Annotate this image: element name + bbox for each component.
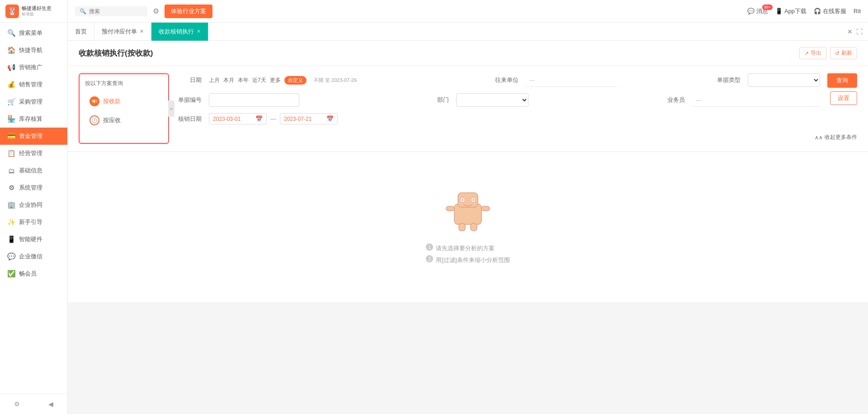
sidebar-item-label: 企业微信: [19, 252, 42, 261]
sidebar-item-guide[interactable]: ✨ 新手引导: [0, 214, 67, 231]
sidebar-collapse-btn[interactable]: ◀: [44, 398, 58, 410]
header-search-box[interactable]: 🔍: [75, 6, 147, 16]
sidebar-item-marketing[interactable]: 📢 营销推广: [0, 59, 67, 76]
doc-type-select[interactable]: [748, 73, 820, 87]
sidebar-nav: 🔍 搜索菜单 🏠 快捷导航 📢 营销推广 💰 销售管理 🛒 采购管理 🏪 库存核…: [0, 23, 67, 394]
sidebar-item-label: 系统管理: [19, 184, 42, 192]
message-btn[interactable]: 💬 消息 99+: [747, 7, 768, 15]
export-btn[interactable]: ↗ 导出: [799, 47, 826, 59]
settings-btn[interactable]: 设置: [830, 91, 857, 105]
doc-no-input[interactable]: [209, 93, 299, 107]
filter-option-label: 按应收: [103, 116, 121, 124]
tab-bar: 首页 预付冲应付单 ✕ 收款核销执行 ✕ ✕ ⛶: [68, 23, 868, 41]
sidebar-item-hardware[interactable]: 📱 智能硬件: [0, 231, 67, 248]
online-service-btn[interactable]: 🎧 在线客服: [814, 7, 846, 15]
page-header: 收款核销执行(按收款) ↗ 导出 ↺ 刷新: [68, 41, 868, 66]
basic-icon: 🗂: [7, 167, 15, 175]
tab-label: 收款核销执行: [159, 28, 194, 36]
sidebar-item-system[interactable]: ⚙ 系统管理: [0, 179, 67, 196]
tab-label: 首页: [75, 28, 87, 36]
marketing-icon: 📢: [7, 63, 15, 71]
finance-icon: 💳: [7, 132, 15, 140]
collapse-label: 收起更多条件: [825, 133, 857, 141]
dept-select[interactable]: [456, 93, 528, 107]
tab-close-all-icon[interactable]: ✕: [847, 28, 853, 35]
filter-row-2: 单据编号 部门 业务员 ···: [176, 93, 820, 107]
svg-point-4: [462, 199, 463, 201]
dept-label: 部门: [434, 96, 449, 104]
sidebar-item-label: 营销推广: [19, 63, 42, 71]
refresh-btn[interactable]: ↺ 刷新: [830, 47, 857, 59]
sidebar: 🐰 畅捷通好生意 标准版 🔍 搜索菜单 🏠 快捷导航 📢 营销推广 💰 销售管理…: [0, 0, 68, 414]
sidebar-item-label: 畅会员: [19, 270, 37, 278]
robot-svg: [445, 188, 491, 233]
filter-panel-left: 按以下方案查询 💴 按收款 🕐 按应收 »: [79, 73, 169, 144]
tab-receivable-writeoff[interactable]: 收款核销执行 ✕: [151, 23, 208, 41]
writeoff-date-label: 核销日期: [176, 115, 202, 123]
tab-maximize-icon[interactable]: ⛶: [856, 28, 863, 35]
empty-tip-2: 2 用[过滤]条件来缩小分析范围: [426, 254, 509, 266]
date-this-year[interactable]: 本年: [238, 76, 249, 84]
sidebar-item-quick-nav[interactable]: 🏠 快捷导航: [0, 42, 67, 59]
collapse-more-btn[interactable]: ∧∧ 收起更多条件: [176, 131, 857, 144]
sidebar-item-basic[interactable]: 🗂 基础信息: [0, 162, 67, 179]
date-end-input-wrap[interactable]: 📅: [280, 113, 338, 124]
query-btn[interactable]: 查询: [827, 73, 857, 88]
calendar-start-icon[interactable]: 📅: [255, 115, 263, 122]
date-this-month[interactable]: 本月: [223, 76, 234, 84]
empty-tip-1: 1 请先选择要分析的方案: [426, 243, 509, 254]
search-icon: 🔍: [80, 8, 86, 14]
sidebar-item-purchase[interactable]: 🛒 采购管理: [0, 93, 67, 110]
guide-icon: ✨: [7, 218, 15, 226]
receivable-icon: 🕐: [90, 115, 99, 125]
header-right: 💬 消息 99+ 📱 App下载 🎧 在线客服 Rit: [747, 7, 861, 15]
sidebar-item-member[interactable]: ✅ 畅会员: [0, 265, 67, 282]
enterprise-icon: 🏢: [7, 201, 15, 209]
user-menu-btn[interactable]: Rit: [854, 8, 861, 14]
date-start-input[interactable]: [213, 116, 254, 122]
filter-option-by-receipt[interactable]: 💴 按收款: [85, 93, 163, 110]
date-range: 📅 — 📅: [209, 113, 338, 124]
sidebar-item-finance[interactable]: 💳 资金管理: [0, 128, 67, 145]
app-edition: 标准版: [22, 11, 52, 17]
refresh-label: 刷新: [841, 49, 852, 57]
svg-rect-6: [446, 206, 454, 211]
filter-option-label: 按收款: [103, 97, 121, 105]
sidebar-item-inventory[interactable]: 🏪 库存核算: [0, 110, 67, 128]
date-custom-badge[interactable]: 自定义: [284, 76, 307, 85]
date-start-input-wrap[interactable]: 📅: [209, 113, 267, 124]
tab-close-icon[interactable]: ✕: [197, 29, 201, 34]
filter-option-by-receivable[interactable]: 🕐 按应收: [85, 112, 163, 129]
collapse-icon: ∧∧: [815, 134, 823, 141]
sidebar-item-label: 基础信息: [19, 167, 42, 175]
sidebar-item-wechat[interactable]: 💬 企业微信: [0, 248, 67, 265]
home-icon: 🏠: [7, 46, 15, 54]
tab-prepay[interactable]: 预付冲应付单 ✕: [94, 23, 151, 41]
panel-collapse-btn[interactable]: »: [168, 100, 175, 117]
date-7days[interactable]: 近7天: [252, 76, 266, 84]
search-input[interactable]: [89, 8, 143, 14]
date-last-month[interactable]: 上月: [209, 76, 220, 84]
export-icon: ↗: [804, 50, 809, 57]
doc-no-label: 单据编号: [176, 96, 202, 104]
calendar-end-icon[interactable]: 📅: [326, 115, 334, 122]
sidebar-settings-btn[interactable]: ⚙: [9, 398, 24, 410]
tab-close-icon[interactable]: ✕: [140, 29, 144, 34]
industry-btn[interactable]: 体验行业方案: [165, 5, 212, 18]
inventory-icon: 🏪: [7, 115, 15, 123]
svg-rect-7: [481, 206, 490, 211]
sidebar-item-operation[interactable]: 📋 经营管理: [0, 145, 67, 162]
svg-point-5: [472, 199, 474, 201]
sidebar-item-enterprise[interactable]: 🏢 企业协同: [0, 196, 67, 214]
staff-dots[interactable]: ···: [696, 96, 701, 104]
user-label: Rit: [854, 8, 861, 14]
tab-home[interactable]: 首页: [68, 23, 94, 41]
sidebar-item-sales[interactable]: 💰 销售管理: [0, 76, 67, 93]
counterpart-dots[interactable]: ···: [529, 76, 535, 84]
sidebar-item-search[interactable]: 🔍 搜索菜单: [0, 24, 67, 42]
date-end-input[interactable]: [284, 116, 325, 122]
date-more[interactable]: 更多: [270, 76, 281, 84]
settings-icon[interactable]: ⚙: [153, 7, 159, 15]
app-label: App下载: [784, 7, 807, 15]
app-download-btn[interactable]: 📱 App下载: [775, 7, 807, 15]
